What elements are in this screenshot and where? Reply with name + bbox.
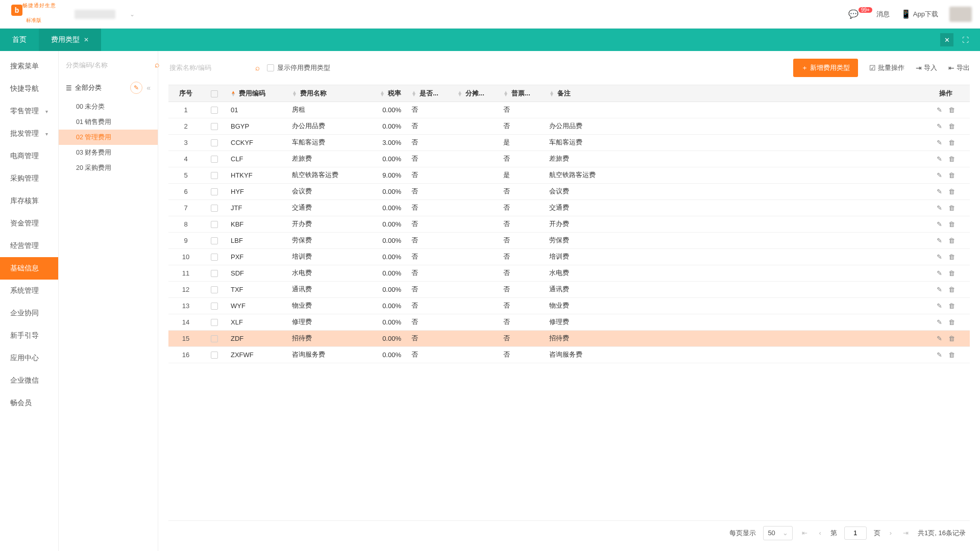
edit-icon[interactable]: ✎	[937, 139, 942, 146]
page-last-button[interactable]: ⇥	[901, 529, 911, 537]
nav-item[interactable]: 快捷导航	[0, 78, 58, 100]
delete-icon[interactable]: 🗑	[948, 286, 955, 293]
edit-icon[interactable]: ✎	[937, 237, 942, 244]
checkbox-icon[interactable]	[211, 237, 218, 244]
checkbox-icon[interactable]	[211, 188, 218, 195]
nav-item[interactable]: 电商管理	[0, 145, 58, 167]
edit-icon[interactable]: ✎	[937, 106, 942, 114]
category-item[interactable]: 01 销售费用	[59, 114, 158, 130]
avatar[interactable]	[949, 7, 972, 22]
nav-item[interactable]: 新手引导	[0, 324, 58, 347]
edit-icon[interactable]: ✎	[937, 253, 942, 261]
checkbox-icon[interactable]	[211, 139, 218, 146]
edit-icon[interactable]: ✎	[937, 155, 942, 163]
nav-item[interactable]: 企业微信	[0, 369, 58, 392]
collapse-panel-icon[interactable]: «	[146, 84, 151, 92]
nav-item[interactable]: 零售管理▾	[0, 100, 58, 122]
nav-item[interactable]: 基础信息	[0, 257, 58, 280]
table-row[interactable]: 14XLF修理费0.00%否否修理费✎🗑	[168, 314, 970, 330]
table-row[interactable]: 6HYF会议费0.00%否否会议费✎🗑	[168, 183, 970, 199]
category-item[interactable]: 02 管理费用	[59, 130, 158, 145]
table-row[interactable]: 3CCKYF车船客运费3.00%否是车船客运费✎🗑	[168, 134, 970, 151]
delete-icon[interactable]: 🗑	[948, 106, 955, 114]
per-page-select[interactable]: 50 ⌄	[763, 526, 793, 540]
table-row[interactable]: 9LBF劳保费0.00%否否劳保费✎🗑	[168, 232, 970, 248]
tab-home[interactable]: 首页	[0, 29, 39, 51]
checkbox-icon[interactable]	[211, 172, 218, 179]
table-search-input[interactable]	[168, 61, 255, 74]
cell-checkbox[interactable]	[203, 248, 226, 265]
th-bool2[interactable]: ▲▼分摊...	[452, 85, 498, 102]
checkbox-icon[interactable]	[211, 335, 218, 342]
th-index[interactable]: 序号	[168, 85, 203, 102]
cell-checkbox[interactable]	[203, 216, 226, 232]
batch-button[interactable]: ☑批量操作	[869, 63, 904, 72]
table-row[interactable]: 15ZDF招待费0.00%否否招待费✎🗑	[168, 330, 970, 346]
page-next-button[interactable]: ›	[888, 529, 894, 537]
table-row[interactable]: 16ZXFWF咨询服务费0.00%否否咨询服务费✎🗑	[168, 346, 970, 363]
cell-checkbox[interactable]	[203, 183, 226, 199]
edit-icon[interactable]: ✎	[937, 188, 942, 195]
delete-icon[interactable]: 🗑	[948, 269, 955, 277]
checkbox-icon[interactable]	[211, 205, 218, 212]
fullscreen-icon[interactable]: ⛶	[959, 33, 972, 46]
table-row[interactable]: 10PXF培训费0.00%否否培训费✎🗑	[168, 248, 970, 265]
nav-item[interactable]: 经营管理	[0, 235, 58, 257]
edit-icon[interactable]: ✎	[937, 335, 942, 342]
th-bool3[interactable]: ▲▼普票...	[498, 85, 544, 102]
th-code[interactable]: ▲▼费用编码	[226, 85, 287, 102]
show-disabled-checkbox[interactable]: 显示停用费用类型	[267, 63, 330, 72]
delete-icon[interactable]: 🗑	[948, 122, 955, 130]
checkbox-icon[interactable]	[211, 270, 218, 277]
table-row[interactable]: 5HTKYF航空铁路客运费9.00%否是航空铁路客运费✎🗑	[168, 167, 970, 183]
th-name[interactable]: ▲▼费用名称	[287, 85, 363, 102]
delete-icon[interactable]: 🗑	[948, 204, 955, 212]
category-edit-button[interactable]: ✎	[130, 82, 142, 94]
import-button[interactable]: ⇥导入	[916, 63, 937, 72]
edit-icon[interactable]: ✎	[937, 318, 942, 326]
table-row[interactable]: 12TXF通讯费0.00%否否通讯费✎🗑	[168, 281, 970, 297]
cell-checkbox[interactable]	[203, 330, 226, 346]
cell-checkbox[interactable]	[203, 265, 226, 281]
category-all[interactable]: ☰ 全部分类	[66, 83, 102, 92]
nav-item[interactable]: 畅会员	[0, 392, 58, 414]
page-input[interactable]	[844, 527, 867, 540]
table-row[interactable]: 8KBF开办费0.00%否否开办费✎🗑	[168, 216, 970, 232]
nav-item[interactable]: 搜索菜单	[0, 55, 58, 78]
cell-checkbox[interactable]	[203, 118, 226, 134]
checkbox-icon[interactable]	[211, 156, 218, 163]
messages-button[interactable]: 💬 99+ 消息	[848, 9, 890, 19]
checkbox-icon[interactable]	[211, 254, 218, 261]
th-bool1[interactable]: ▲▼是否...	[406, 85, 452, 102]
cell-checkbox[interactable]	[203, 297, 226, 314]
delete-icon[interactable]: 🗑	[948, 237, 955, 244]
edit-icon[interactable]: ✎	[937, 269, 942, 277]
delete-icon[interactable]: 🗑	[948, 335, 955, 342]
edit-icon[interactable]: ✎	[937, 204, 942, 212]
nav-item[interactable]: 应用中心	[0, 347, 58, 369]
edit-icon[interactable]: ✎	[937, 351, 942, 359]
org-switcher[interactable]: ⌄	[75, 10, 135, 19]
category-item[interactable]: 00 未分类	[59, 99, 158, 114]
category-search-input[interactable]	[66, 61, 152, 69]
app-download-button[interactable]: 📱 App下载	[901, 9, 938, 19]
checkbox-icon[interactable]	[211, 286, 218, 293]
delete-icon[interactable]: 🗑	[948, 318, 955, 326]
checkbox-icon[interactable]	[211, 352, 218, 359]
cell-checkbox[interactable]	[203, 281, 226, 297]
edit-icon[interactable]: ✎	[937, 302, 942, 310]
table-row[interactable]: 2BGYP办公用品费0.00%否否办公用品费✎🗑	[168, 118, 970, 134]
edit-icon[interactable]: ✎	[937, 122, 942, 130]
page-first-button[interactable]: ⇤	[800, 529, 810, 537]
category-item[interactable]: 03 财务费用	[59, 145, 158, 160]
table-row[interactable]: 13WYF物业费0.00%否否物业费✎🗑	[168, 297, 970, 314]
th-checkbox[interactable]	[203, 85, 226, 102]
page-prev-button[interactable]: ‹	[817, 529, 823, 537]
checkbox-icon[interactable]	[211, 90, 218, 97]
cell-checkbox[interactable]	[203, 151, 226, 167]
cell-checkbox[interactable]	[203, 167, 226, 183]
delete-icon[interactable]: 🗑	[948, 253, 955, 261]
table-row[interactable]: 11SDF水电费0.00%否否水电费✎🗑	[168, 265, 970, 281]
nav-item[interactable]: 企业协同	[0, 302, 58, 324]
close-icon[interactable]: ✕	[84, 36, 89, 43]
